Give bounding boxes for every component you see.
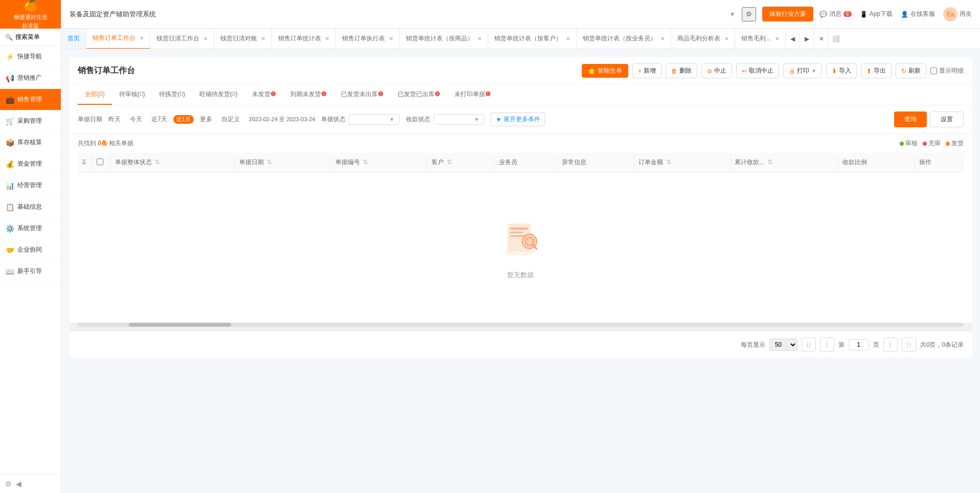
add-button[interactable]: + 新增 — [632, 63, 662, 78]
user-menu[interactable]: Ea 用友 — [943, 7, 972, 21]
sidebar-item-coop[interactable]: 🤝 企业协同 — [0, 239, 61, 261]
date-shortcut-custom[interactable]: 自定义 — [218, 114, 243, 125]
page-input[interactable] — [849, 339, 869, 350]
dropdown-arrow-icon[interactable]: ▼ — [730, 11, 736, 18]
settings-icon[interactable]: ⚙ — [5, 480, 12, 488]
cancel-pause-button[interactable]: ↩ 取消中止 — [736, 63, 779, 78]
message-button[interactable]: 💬 消息 6 — [819, 10, 852, 18]
tab-sales-summary-goods[interactable]: 销货单统计表（按商品） ✕ — [400, 29, 488, 49]
sidebar-item-operation[interactable]: 📊 经营管理 — [0, 175, 61, 196]
tab-close-icon[interactable]: ✕ — [203, 36, 208, 41]
pay-status-select[interactable]: ▼ — [434, 114, 485, 125]
tab-close-icon[interactable]: ✕ — [566, 36, 570, 41]
sidebar-item-sales[interactable]: 💼 销售管理 — [0, 89, 61, 110]
tab-sales-more[interactable]: 销售毛利... ✕ — [735, 29, 786, 49]
tab-sales-stat[interactable]: 销售订单统计表 ✕ — [272, 29, 336, 49]
sidebar-item-basic[interactable]: 📋 基础信息 — [0, 196, 61, 218]
tab-close-all[interactable]: ✕ — [814, 29, 829, 49]
filter-tab-pending-review[interactable]: 待审核(0) — [112, 85, 152, 105]
filter-tab-all[interactable]: 全部(0) — [78, 85, 112, 105]
table-col-staff[interactable]: 业务员 — [495, 153, 557, 172]
sidebar-item-inventory[interactable]: 📦 库存核算 — [0, 132, 61, 153]
tab-scroll-prev[interactable]: ◀ — [786, 29, 800, 49]
tab-sales-workbench[interactable]: 销售订单工作台 ✕ — [86, 29, 150, 49]
tab-home[interactable]: 首页 — [61, 29, 86, 49]
experience-button[interactable]: 体验行业方案 — [762, 7, 813, 21]
tab-close-icon[interactable]: ✕ — [724, 36, 728, 41]
settings-button[interactable]: ⚙ — [742, 7, 756, 21]
tab-scroll-next[interactable]: ▶ — [800, 29, 814, 49]
finance-icon: 💰 — [5, 160, 14, 168]
uncheck-action[interactable]: 充审 — [923, 139, 941, 148]
tab-close-icon[interactable]: ✕ — [325, 36, 329, 41]
tab-gross-profit[interactable]: 商品毛利分析表 ✕ — [671, 29, 735, 49]
scrollbar-area[interactable] — [70, 323, 972, 331]
smart-create-button[interactable]: ⭐ 智能生单 — [582, 64, 628, 78]
delete-button[interactable]: 🗑 删除 — [666, 63, 697, 78]
table-col-ratio[interactable]: 收款比例 — [838, 153, 915, 172]
filter-tab-overdue[interactable]: 到期未发货❶ — [283, 85, 334, 105]
tab-sales-summary-staff[interactable]: 销货单统计表（按业务员） ✕ — [577, 29, 671, 49]
date-shortcut-7days[interactable]: 近7天 — [148, 114, 170, 125]
tab-close-icon[interactable]: ✕ — [261, 36, 265, 41]
tab-close-icon[interactable]: ✕ — [775, 36, 779, 41]
date-tag-1month[interactable]: 近1月 — [173, 115, 194, 124]
tab-sales-exec[interactable]: 销售订单执行表 ✕ — [336, 29, 400, 49]
filter-tab-pending-pickup[interactable]: 待拣货(0) — [152, 85, 192, 105]
tab-sales-summary-client[interactable]: 销货单统计表（按客户） ✕ — [488, 29, 577, 49]
sidebar-search[interactable]: 🔍 搜索菜单 — [0, 29, 61, 46]
filter-tab-shipped-not-out[interactable]: 已发货未出库❶ — [334, 85, 391, 105]
per-page-select[interactable]: 50 100 200 — [769, 339, 797, 351]
ship-action[interactable]: 发货 — [946, 139, 964, 148]
table-col-number[interactable]: 单据编号 ⇅ — [331, 153, 427, 172]
table-col-client[interactable]: 客户 ⇅ — [427, 153, 495, 172]
page-prev-button[interactable]: ⟨ — [820, 338, 834, 352]
sidebar-item-marketing[interactable]: 📢 营销推广 — [0, 68, 61, 89]
tab-expand[interactable]: ⬜ — [829, 29, 843, 49]
app-download-button[interactable]: 📱 App下载 — [860, 10, 893, 18]
sidebar-item-purchase[interactable]: 🛒 采购管理 — [0, 110, 61, 132]
table-col-status[interactable]: 单据整体状态 ⇅ — [110, 153, 235, 172]
review-action[interactable]: 审核 — [900, 139, 918, 148]
page-last-button[interactable]: ⟩⟩ — [902, 338, 916, 352]
date-shortcut-yesterday[interactable]: 昨天 — [105, 114, 124, 125]
sidebar-item-quick-nav[interactable]: ⚡ 快捷导航 — [0, 46, 61, 68]
online-service-button[interactable]: 👤 在线客服 — [901, 10, 935, 18]
search-button[interactable]: 查询 — [894, 111, 927, 127]
collapse-icon[interactable]: ◀ — [16, 480, 21, 488]
sidebar-item-system[interactable]: ⚙️ 系统管理 — [0, 218, 61, 239]
scrollbar-thumb[interactable] — [129, 323, 231, 327]
expand-conditions-button[interactable]: ▼ 展开更多条件 — [491, 113, 545, 126]
refresh-button[interactable]: ↻ 刷新 — [896, 63, 926, 78]
filter-tab-shipped-out[interactable]: 已发货已出库❶ — [391, 85, 447, 105]
tab-close-icon[interactable]: ✕ — [140, 35, 144, 41]
tab-close-icon[interactable]: ✕ — [660, 36, 665, 41]
sidebar-item-guide[interactable]: 📖 新手引导 — [0, 261, 61, 282]
page-next-button[interactable]: ⟩ — [883, 338, 898, 352]
table-col-amount[interactable]: 订单金额 ⇅ — [634, 153, 730, 172]
table-col-exception[interactable]: 异常信息 — [557, 153, 634, 172]
table-col-collected[interactable]: 累计收款... ⇅ — [730, 153, 838, 172]
show-detail-checkbox[interactable]: 显示明细 — [930, 66, 964, 75]
tab-cash-daily[interactable]: 钱货日清工作台 ✕ — [150, 29, 214, 49]
filter-tab-wangpu[interactable]: 旺铺待发货(0) — [192, 85, 245, 105]
table-col-checkbox[interactable] — [92, 153, 110, 172]
page-first-button[interactable]: ⟨⟨ — [802, 338, 816, 352]
status-select[interactable]: ▼ — [349, 114, 400, 125]
filter-tab-not-printed[interactable]: 未打印单据❶ — [447, 85, 498, 105]
pause-button[interactable]: ⊘ 中止 — [701, 63, 732, 78]
filter-tab-not-shipped[interactable]: 未发货❶ — [245, 85, 283, 105]
tab-close-icon[interactable]: ✕ — [477, 36, 482, 41]
date-shortcut-today[interactable]: 今天 — [127, 114, 145, 125]
table-col-date[interactable]: 单据日期 ⇅ — [235, 153, 331, 172]
sidebar-item-finance[interactable]: 💰 资金管理 — [0, 153, 61, 175]
date-shortcut-more[interactable]: 更多 — [197, 114, 215, 125]
tab-cash-reconcile[interactable]: 钱货日清对账 ✕ — [214, 29, 272, 49]
print-button[interactable]: 🖨 打印 ▼ — [783, 63, 822, 78]
tab-close-icon[interactable]: ✕ — [389, 36, 393, 41]
set-button[interactable]: 设置 — [930, 111, 964, 127]
show-detail-input[interactable] — [930, 68, 937, 74]
select-all-checkbox[interactable] — [97, 159, 103, 165]
export-button[interactable]: ⬆ 导出 — [861, 63, 892, 78]
import-button[interactable]: ⬇ 导入 — [826, 63, 857, 78]
